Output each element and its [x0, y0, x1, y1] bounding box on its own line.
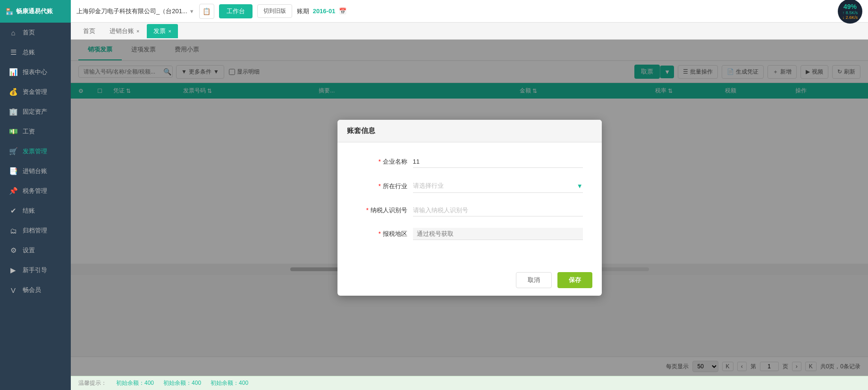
required-star-tax: *: [366, 207, 369, 214]
sidebar-item-label: 结账: [23, 207, 35, 215]
upload-speed: ↑ 8.5K/s: [843, 10, 858, 15]
logo-icon: 🏪: [6, 8, 13, 15]
period-label: 账期: [297, 7, 309, 16]
cancel-button[interactable]: 取消: [516, 272, 552, 288]
modal-title: 账套信息: [337, 120, 602, 142]
assets-icon: 🏢: [8, 108, 18, 116]
guide-icon: ▶: [8, 266, 18, 274]
sidebar-item-assets[interactable]: 🏢 固定资产: [0, 102, 71, 122]
sidebar-item-label: 进销台账: [23, 167, 47, 175]
sidebar-item-funds[interactable]: 💰 资金管理: [0, 82, 71, 102]
app-logo: 🏪 畅康通易代账: [0, 0, 71, 23]
save-button[interactable]: 保存: [557, 272, 592, 288]
sidebar-item-label: 畅会员: [23, 286, 41, 294]
sidebar-item-label: 固定资产: [23, 108, 47, 116]
old-version-button[interactable]: 切到旧版: [257, 4, 292, 18]
bottom-link2[interactable]: 初始余额：400: [163, 379, 201, 387]
sidebar-item-guide[interactable]: ▶ 新手引导: [0, 260, 71, 280]
invoice-icon: 🛒: [8, 147, 18, 156]
account-info-modal: 账套信息 * 企业名称 * 所在行业: [337, 120, 602, 296]
tab-invoice-close[interactable]: ×: [168, 28, 171, 34]
tabs-bar: 首页 进销台账 × 发票 ×: [71, 23, 868, 40]
tab-home[interactable]: 首页: [76, 24, 102, 38]
industry-placeholder: 请选择行业: [413, 182, 444, 190]
sidebar-item-archive[interactable]: 🗂 归档管理: [0, 221, 71, 241]
sidebar-item-settlement[interactable]: ✔ 结账: [0, 201, 71, 221]
tab-invoice-label: 发票: [153, 27, 166, 35]
required-star-region: *: [379, 230, 381, 237]
sidebar-item-label: 设置: [23, 246, 35, 255]
period-value: 2016-01: [313, 8, 336, 15]
sidebar-item-label: 报表中心: [23, 68, 47, 76]
reports-icon: 📊: [8, 68, 18, 76]
period-display: 账期 2016-01 📅: [297, 7, 347, 16]
tax-id-input[interactable]: [413, 204, 583, 216]
tab-home-label: 首页: [83, 27, 95, 35]
sidebar-item-home[interactable]: ⌂ 首页: [0, 23, 71, 42]
tab-purchase[interactable]: 进销台账 ×: [103, 24, 146, 38]
member-icon: V: [8, 286, 18, 294]
sidebar-item-settings[interactable]: ⚙ 设置: [0, 241, 71, 260]
sidebar-item-label: 归档管理: [23, 226, 47, 235]
salary-icon: 💵: [8, 127, 18, 136]
tax-icon: 📌: [8, 187, 18, 195]
bottom-bar: 温馨提示： 初始余额：400 初始余额：400 初始余额：400: [71, 376, 868, 390]
sidebar-item-label: 税务管理: [23, 187, 47, 195]
tax-region-label: * 报税地区: [356, 230, 413, 238]
sidebar-item-tax[interactable]: 📌 税务管理: [0, 181, 71, 201]
form-row-industry: * 所在行业 请选择行业 ▼: [356, 179, 583, 193]
network-percent: 49%: [843, 3, 857, 10]
sidebar-item-salary[interactable]: 💵 工资: [0, 122, 71, 141]
required-star-industry: *: [379, 183, 381, 190]
settlement-icon: ✔: [8, 207, 18, 215]
network-status: 49% ↑ 8.5K/s ↓ 2.6K/s: [838, 0, 862, 24]
topbar-right: 49% ↑ 8.5K/s ↓ 2.6K/s: [838, 0, 862, 24]
modal-footer: 取消 保存: [337, 265, 602, 296]
required-star: *: [379, 158, 381, 165]
sidebar-item-label: 工资: [23, 127, 35, 136]
sidebar-item-purchase[interactable]: 📑 进销台账: [0, 161, 71, 181]
calendar-icon[interactable]: 📅: [339, 8, 346, 15]
sidebar: 🏪 畅康通易代账 ⌂ 首页 ☰ 总账 📊 报表中心 💰 资金管理 🏢 固定资产 …: [0, 0, 71, 390]
sidebar-item-label: 新手引导: [23, 266, 47, 274]
industry-chevron-icon: ▼: [577, 183, 583, 190]
sidebar-item-reports[interactable]: 📊 报表中心: [0, 62, 71, 82]
sidebar-item-ledger[interactable]: ☰ 总账: [0, 42, 71, 62]
company-edit-icon[interactable]: 📋: [199, 4, 214, 19]
settings-icon: ⚙: [8, 246, 18, 255]
bottom-link3[interactable]: 初始余额：400: [211, 379, 248, 387]
sidebar-item-label: 首页: [23, 28, 35, 37]
workbench-button[interactable]: 工作台: [219, 4, 253, 18]
tab-purchase-close[interactable]: ×: [136, 28, 139, 34]
form-row-tax-id: * 纳税人识别号: [356, 204, 583, 216]
topbar: 上海卯金刀电子科技有限公司_（台201... ▼ 📋 工作台 切到旧版 账期 2…: [71, 0, 868, 23]
tax-id-label: * 纳税人识别号: [356, 206, 413, 215]
network-speeds: ↑ 8.5K/s ↓ 2.6K/s: [843, 10, 858, 20]
sidebar-item-invoice[interactable]: 🛒 发票管理: [0, 141, 71, 161]
bottom-text: 温馨提示：: [78, 379, 107, 387]
sidebar-item-label: 总账: [23, 48, 35, 57]
company-name-label: * 企业名称: [356, 158, 413, 166]
download-speed: ↓ 2.6K/s: [843, 15, 858, 20]
content-area: 销项发票 进项发票 费用小票 🔍 ▼ 更多条件 ▼ 显示明细: [71, 40, 868, 376]
form-row-tax-region: * 报税地区: [356, 228, 583, 240]
industry-label: * 所在行业: [356, 182, 413, 191]
sidebar-item-label: 资金管理: [23, 88, 47, 96]
industry-select[interactable]: 请选择行业 ▼: [413, 179, 583, 193]
sidebar-item-member[interactable]: V 畅会员: [0, 280, 71, 300]
sidebar-item-label: 发票管理: [23, 147, 47, 156]
ledger-icon: ☰: [8, 48, 18, 57]
modal-body: * 企业名称 * 所在行业 请选择行业 ▼: [337, 142, 602, 265]
purchase-icon: 📑: [8, 167, 18, 175]
company-selector[interactable]: 上海卯金刀电子科技有限公司_（台201... ▼: [76, 7, 194, 16]
archive-icon: 🗂: [8, 227, 18, 235]
tax-region-input: [413, 228, 583, 240]
home-icon: ⌂: [8, 29, 18, 37]
bottom-link1[interactable]: 初始余额：400: [116, 379, 154, 387]
company-name: 上海卯金刀电子科技有限公司_（台201...: [76, 7, 187, 16]
company-name-input[interactable]: [413, 156, 583, 168]
main-area: 上海卯金刀电子科技有限公司_（台201... ▼ 📋 工作台 切到旧版 账期 2…: [71, 0, 868, 390]
tab-purchase-label: 进销台账: [110, 27, 134, 35]
logo-text: 畅康通易代账: [16, 7, 53, 16]
tab-invoice[interactable]: 发票 ×: [147, 24, 177, 38]
